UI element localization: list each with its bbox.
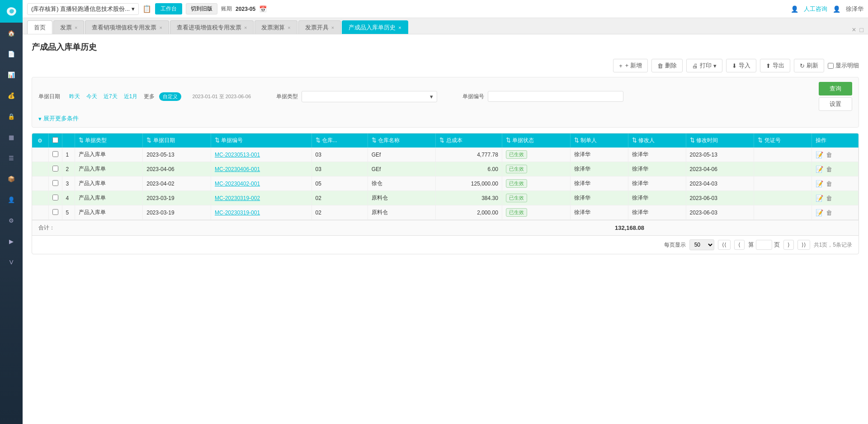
window-max-button[interactable]: □ (860, 26, 863, 33)
sidebar-item-lock[interactable]: 🔒 (0, 106, 23, 127)
row-number-cell[interactable]: MC-20230513-001 (211, 148, 311, 162)
sidebar-item-money[interactable]: 💰 (0, 85, 23, 106)
row-checkbox-cell[interactable] (48, 205, 62, 220)
row-checkbox[interactable] (52, 209, 58, 215)
trash-icon[interactable]: 🗑 (826, 180, 832, 187)
row-checkbox-cell[interactable] (48, 191, 62, 205)
sidebar-item-grid[interactable]: ▦ (0, 127, 23, 148)
edit-icon[interactable]: 📝 (816, 180, 823, 187)
company-selector[interactable]: (库存核算) 直播轻跑通信息技术股份... ▾ (27, 3, 139, 15)
tab-check-sales[interactable]: 查看销项增值税专用发票 × (85, 20, 169, 34)
print-button[interactable]: 🖨 打印 ▾ (686, 59, 722, 72)
set-button[interactable]: 设置 (819, 97, 852, 111)
sidebar-item-chart[interactable]: 📊 (0, 64, 23, 85)
first-page-btn[interactable]: ⟨⟨ (718, 240, 731, 250)
tab-check-sales-close[interactable]: × (159, 25, 162, 30)
number-input[interactable] (488, 91, 623, 102)
last7days-btn[interactable]: 近7天 (102, 92, 119, 101)
type-select[interactable]: ▾ (302, 91, 437, 102)
export-button[interactable]: ⬆ 导出 (760, 59, 790, 72)
tab-invoice-open[interactable]: 发票开具 × (298, 20, 341, 34)
next-page-btn[interactable]: ⟩ (783, 240, 794, 250)
row-status-cell: 已生效 (502, 162, 570, 176)
user-label[interactable]: 徐泽华 (846, 5, 863, 13)
sidebar-item-home[interactable]: 🏠 (0, 23, 23, 43)
sidebar-item-list[interactable]: ☰ (0, 148, 23, 168)
row-checkbox[interactable] (52, 180, 58, 186)
prev-page-btn[interactable]: ⟨ (734, 240, 745, 250)
col-date[interactable]: ⇅ 单据日期 (143, 133, 211, 148)
sidebar-item-person[interactable]: 👤 (0, 189, 23, 210)
row-checkbox[interactable] (52, 151, 58, 157)
switch-version-button[interactable]: 切到旧版 (186, 3, 217, 14)
page-input[interactable]: 1 (756, 240, 772, 250)
col-status[interactable]: ⇅ 单据状态 (502, 133, 570, 148)
col-settings[interactable]: ⚙ (32, 133, 48, 148)
sidebar-item-doc[interactable]: 📄 (0, 43, 23, 64)
sidebar-item-play[interactable]: ▶ (0, 231, 23, 252)
col-modifier[interactable]: ⇅ 修改人 (628, 133, 686, 148)
row-checkbox-cell[interactable] (48, 176, 62, 191)
tab-invoice-calc[interactable]: 发票测算 × (255, 20, 297, 34)
trash-icon[interactable]: 🗑 (826, 209, 832, 216)
sidebar-item-settings2[interactable]: ⚙ (0, 210, 23, 231)
tab-product-in-close[interactable]: × (398, 25, 401, 30)
last1month-btn[interactable]: 近1月 (122, 92, 140, 101)
col-number[interactable]: ⇅ 单据编号 (211, 133, 311, 148)
today-btn[interactable]: 今天 (85, 92, 99, 101)
edit-icon[interactable]: 📝 (816, 195, 823, 202)
yesterday-btn[interactable]: 昨天 (67, 92, 82, 101)
calendar-icon[interactable]: 📅 (259, 5, 267, 13)
query-button[interactable]: 查询 (819, 82, 852, 95)
row-checkbox-cell[interactable] (48, 162, 62, 176)
tab-product-in[interactable]: 产成品入库单历史 × (342, 20, 408, 34)
row-number-cell[interactable]: MC-20230406-001 (211, 162, 311, 176)
show-detail-checkbox[interactable] (828, 63, 834, 69)
help-label[interactable]: 人工咨询 (804, 5, 827, 13)
workbench-button[interactable]: 工作台 (155, 3, 182, 14)
col-checkbox[interactable] (48, 133, 62, 148)
edit-icon[interactable]: 📝 (816, 166, 823, 173)
more-btn[interactable]: 更多 (142, 92, 156, 101)
tab-invoice[interactable]: 发票 × (53, 20, 84, 34)
tab-invoice-calc-close[interactable]: × (288, 25, 290, 30)
show-detail-toggle[interactable]: 显示明细 (828, 62, 859, 70)
tab-invoice-open-close[interactable]: × (331, 25, 334, 30)
custom-btn[interactable]: 自定义 (159, 92, 181, 101)
row-checkbox[interactable] (52, 195, 58, 200)
col-voucher[interactable]: ⇅ 凭证号 (754, 133, 812, 148)
row-number-cell[interactable]: MC-20230402-001 (211, 176, 311, 191)
col-warehouse-code[interactable]: ⇅ 仓库... (311, 133, 368, 148)
per-page-select[interactable]: 50 10 20 100 (689, 239, 714, 250)
tab-invoice-close[interactable]: × (75, 25, 77, 30)
trash-icon[interactable]: 🗑 (826, 151, 832, 158)
tab-check-purchase[interactable]: 查看进项增值税专用发票 × (170, 20, 254, 34)
row-checkbox-cell[interactable] (48, 148, 62, 162)
row-number-cell[interactable]: MC-20230319-001 (211, 205, 311, 220)
trash-icon[interactable]: 🗑 (826, 166, 832, 173)
col-total-cost[interactable]: ⇅ 总成本 (436, 133, 502, 148)
delete-button[interactable]: 🗑 删除 (651, 59, 683, 72)
row-checkbox[interactable] (52, 166, 58, 172)
expand-filter-btn[interactable]: ▾ 展开更多条件 (38, 114, 852, 123)
select-all-checkbox[interactable] (52, 137, 58, 143)
last-page-btn[interactable]: ⟩⟩ (797, 240, 810, 250)
edit-icon[interactable]: 📝 (816, 209, 823, 216)
import-button[interactable]: ⬇ 导入 (726, 59, 756, 72)
window-close-button[interactable]: × (852, 26, 856, 34)
col-modify-time[interactable]: ⇅ 修改时间 (686, 133, 754, 148)
sidebar-item-v[interactable]: V (0, 252, 23, 272)
row-number-cell[interactable]: MC-20230319-002 (211, 191, 311, 205)
col-type[interactable]: ⇅ 单据类型 (75, 133, 143, 148)
row-settings-cell (32, 205, 48, 220)
col-warehouse-name[interactable]: ⇅ 仓库名称 (368, 133, 436, 148)
edit-icon[interactable]: 📝 (816, 151, 823, 158)
tab-check-purchase-close[interactable]: × (244, 25, 247, 30)
refresh-button[interactable]: ↻ 刷新 (794, 59, 824, 72)
new-button[interactable]: + + 新增 (613, 59, 648, 72)
sidebar-item-box[interactable]: 📦 (0, 168, 23, 189)
col-creator[interactable]: ⇅ 制单人 (570, 133, 628, 148)
tab-home[interactable]: 首页 (27, 20, 52, 34)
trash-icon[interactable]: 🗑 (826, 195, 832, 202)
row-date-cell: 2023-03-19 (143, 205, 211, 220)
